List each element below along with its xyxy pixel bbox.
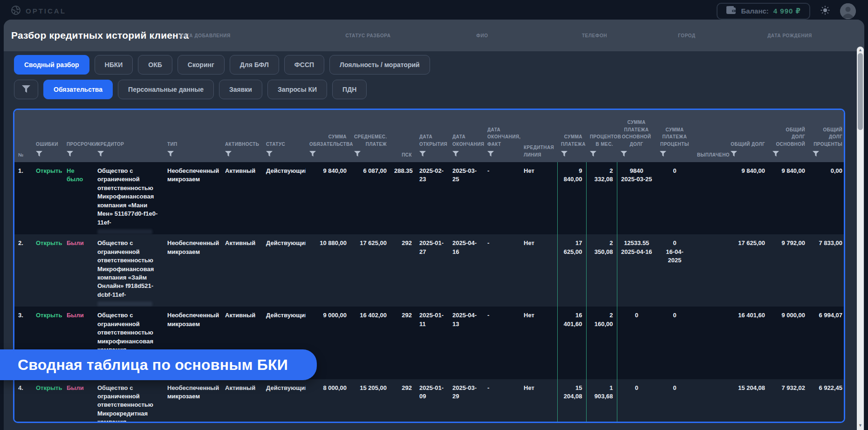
cell-num: 1.	[14, 162, 32, 234]
tab-svodny-razbor[interactable]: Сводный разбор	[14, 55, 89, 75]
cell-avg-month-payment: 6 087,00	[350, 162, 390, 234]
scrollbar-down-arrow-icon[interactable]: ▼	[857, 423, 864, 428]
tab-nbki[interactable]: НБКИ	[95, 55, 133, 75]
tab-zayavki[interactable]: Заявки	[219, 80, 262, 99]
cell-activity: Активный	[221, 234, 262, 307]
column-label: ДАТА ОТКРЫТИЯ	[419, 133, 445, 148]
column-header-avg-month-payment: СРЕДНЕМЕС. ПЛАТЕЖ	[350, 110, 390, 162]
brand-name: OPTICAL	[26, 7, 66, 15]
scrollbar-thumb[interactable]	[858, 53, 863, 130]
user-avatar[interactable]	[840, 3, 856, 19]
cell-payment-interest: 0	[656, 379, 693, 423]
cell-credit-line: Нет	[520, 162, 557, 234]
cell-creditor: Общество с ограниченной ответственностью…	[94, 162, 164, 234]
column-label: №	[18, 151, 28, 159]
tab-fssp[interactable]: ФССП	[284, 55, 324, 75]
column-filter-funnel-icon[interactable]	[487, 150, 516, 158]
column-header-errors: ОШИБКИ	[32, 110, 63, 162]
open-details-link[interactable]: Открыть	[36, 167, 62, 174]
cell-payment-sum: 17 625,00	[557, 234, 586, 307]
column-label: СТАТУС	[266, 141, 302, 148]
tab-skoring[interactable]: Скоринг	[178, 55, 225, 75]
column-filter-funnel-icon[interactable]	[309, 150, 347, 158]
cell-total-debt: 15 204,08	[727, 379, 769, 423]
tab-obyazatelstva[interactable]: Обязательства	[43, 80, 113, 99]
cell-payment-principal: 12533.55 2025-04-16	[617, 234, 656, 307]
cell-total-debt: 16 401,60	[727, 307, 769, 379]
column-filter-funnel-icon[interactable]	[731, 150, 765, 158]
cell-open-date: 2025-02-23	[416, 162, 449, 234]
column-filter-funnel-icon[interactable]	[167, 150, 218, 158]
column-label: ОБЩИЙ ДОЛГ ПРОЦЕНТЫ	[813, 126, 842, 148]
column-filter-funnel-icon[interactable]	[621, 150, 652, 158]
cell-payment-sum: 15 204,08	[557, 379, 586, 423]
cell-creditor: Общество с ограниченной ответственностью…	[94, 379, 164, 423]
column-header-obligation-sum: СУММА ОБЯЗАТЕЛЬСТВА	[306, 110, 350, 162]
open-details-link[interactable]: Открыть	[36, 312, 62, 319]
column-label: ПРОСРОЧКИ	[67, 141, 90, 148]
tab-dlya-bfl[interactable]: Для БФЛ	[230, 55, 279, 75]
cell-percent-month: 1 903,68	[586, 379, 617, 423]
summary-banner: Сводная таблица по основным БКИ	[0, 349, 317, 380]
cell-total-debt-principal: 9 792,00	[769, 234, 809, 307]
table-row: 4.ОткрытьБылиОбщество с ограниченной отв…	[14, 379, 845, 423]
column-filter-funnel-icon[interactable]	[67, 150, 90, 158]
cell-payment-principal: 0	[617, 379, 656, 423]
open-details-link[interactable]: Открыть	[36, 384, 62, 391]
cell-total-debt-interest: 6 922,45	[809, 379, 845, 423]
column-filter-funnel-icon[interactable]	[266, 150, 302, 158]
list-column-label: ГОРОД	[678, 33, 696, 38]
cell-percent-month: 2 332,08	[586, 162, 617, 234]
redacted-text	[97, 229, 152, 234]
open-details-link[interactable]: Открыть	[36, 239, 62, 246]
cell-open-date: 2025-01-09	[416, 379, 449, 423]
filter-button[interactable]	[14, 80, 38, 99]
tab-loyalnost-moratoriy[interactable]: Лояльность / мораторий	[329, 55, 430, 75]
cell-payment-interest: 0	[656, 307, 693, 379]
tab-pdn[interactable]: ПДН	[332, 80, 367, 99]
cell-psk: 288.35	[390, 162, 416, 234]
redacted-text	[97, 301, 152, 307]
column-filter-funnel-icon[interactable]	[590, 150, 613, 158]
column-header-payment-principal: СУММА ПЛАТЕЖА ОСНОВНОЙ ДОЛГ	[617, 110, 656, 162]
column-header-payment-sum: СУММА ПЛАТЕЖА	[557, 110, 586, 162]
tab-zaprosy-ki[interactable]: Запросы КИ	[267, 80, 327, 99]
column-filter-funnel-icon[interactable]	[419, 150, 445, 158]
cell-type: Необеспеченный микрозаем	[164, 162, 221, 234]
cell-paid-out	[693, 234, 727, 307]
tab-okb[interactable]: ОКБ	[138, 55, 172, 75]
cell-paid-out	[693, 162, 727, 234]
cell-payment-principal: 9840 2025-03-25	[617, 162, 656, 234]
vertical-scrollbar[interactable]: ▲ ▼	[857, 47, 864, 430]
column-label: АКТИВНОСТЬ	[225, 141, 259, 148]
cell-total-debt-principal: 9 840,00	[769, 162, 809, 234]
column-filter-funnel-icon[interactable]	[561, 150, 582, 158]
column-label: КРЕДИТОР	[97, 141, 160, 148]
column-header-psk: ПСК	[390, 110, 416, 162]
cell-total-debt-interest: 0,00	[809, 162, 845, 234]
cell-errors: Открыть	[32, 379, 63, 423]
scrollbar-up-arrow-icon[interactable]: ▲	[857, 47, 864, 53]
tab-personalnye-dannye[interactable]: Персональные данные	[118, 80, 214, 99]
cell-credit-line: Нет	[520, 307, 557, 379]
cell-end-date: 2025-03-25	[449, 162, 484, 234]
column-filter-funnel-icon[interactable]	[97, 150, 160, 158]
column-filter-funnel-icon[interactable]	[813, 150, 842, 158]
column-filter-funnel-icon[interactable]	[225, 150, 259, 158]
column-filter-funnel-icon[interactable]	[354, 150, 387, 158]
brand-logo-icon	[10, 5, 21, 18]
column-filter-funnel-icon[interactable]	[660, 150, 690, 158]
balance-label: Баланс:	[741, 7, 768, 15]
column-filter-funnel-icon[interactable]	[36, 150, 59, 158]
column-header-total-debt: ОБЩИЙ ДОЛГ	[727, 110, 769, 162]
column-filter-funnel-icon[interactable]	[772, 150, 805, 158]
cell-obligation-sum: 9 840,00	[306, 162, 350, 234]
column-filter-funnel-icon[interactable]	[452, 150, 480, 158]
column-header-end-date: ДАТА ОКОНЧАНИЯ	[449, 110, 484, 162]
cell-status: Действующий	[262, 234, 306, 307]
theme-toggle-sun-icon[interactable]	[820, 6, 830, 17]
cell-avg-month-payment: 17 625,00	[350, 234, 390, 307]
column-label: СУММА ПЛАТЕЖА ОСНОВНОЙ ДОЛГ	[621, 119, 652, 148]
column-header-end-date-fact: ДАТА ОКОНЧАНИЯ, ФАКТ	[484, 110, 520, 162]
balance-chip[interactable]: Баланс: 4 990 ₽	[717, 3, 810, 20]
